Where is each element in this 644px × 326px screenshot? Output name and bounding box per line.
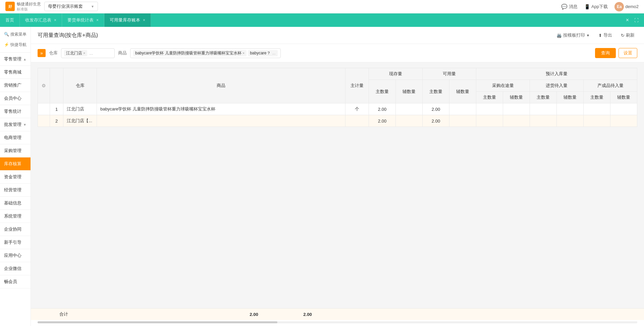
sidebar-item-ecommerce[interactable]: 电商管理 — [0, 131, 31, 144]
refresh-icon: ↻ — [621, 33, 625, 38]
scrollbar-area — [31, 320, 644, 326]
footer-total-label: 合计 — [38, 311, 90, 317]
tab-bar-actions: × ⛶ — [625, 13, 644, 27]
top-bar-left: 好 畅捷通好生意 标准版 母婴行业演示账套 ▼ — [5, 2, 98, 12]
row1-product: babycare学饮杯 儿童防摔防撞吸管杯重力球吸嘴杯宝宝水杯 — [97, 103, 345, 115]
sidebar-item-vip-member[interactable]: 畅会员 — [0, 275, 31, 288]
logo-text: 畅捷通好生意 标准版 — [17, 2, 41, 12]
col-production-group-header: 产成品待入量 — [584, 80, 637, 92]
tab-home[interactable]: 首页 — [0, 13, 20, 27]
table-row: 2 江北门店【... 2.00 2.00 — [38, 115, 637, 127]
row2-no: 2 — [50, 115, 63, 127]
chevron-down-icon: ▼ — [91, 5, 94, 8]
app-download-button[interactable]: 📱 App下载 — [584, 4, 608, 10]
product-filter-input[interactable]: babycare学饮杯 儿童防摔防撞吸管杯重力球吸嘴杯宝宝水杯 × babyca… — [130, 48, 281, 58]
row2-incoming-aux — [557, 115, 584, 127]
logo-area: 好 畅捷通好生意 标准版 — [5, 2, 41, 12]
tab-expand-button[interactable]: ⛶ — [633, 18, 640, 23]
scroll-thumb[interactable] — [38, 321, 277, 323]
product-tag-2: babycare？ ... — [248, 50, 277, 56]
refresh-button[interactable]: ↻ 刷新 — [618, 31, 637, 40]
row1-available-main: 2.00 — [423, 103, 449, 115]
table-wrapper: ⚙ 仓库 商品 主计量 现存量 可用量 预计入库量 主数量 辅数量 主数量 — [31, 62, 644, 308]
top-bar-right: 💬 消息 📱 App下载 Ea demo2 — [561, 2, 639, 11]
sidebar-item-wholesale-mgmt[interactable]: 批发管理 ▼ — [0, 118, 31, 131]
sidebar-item-app-center[interactable]: 应用中心 — [0, 249, 31, 262]
footer-bar: 合计 2.00 2.00 — [31, 308, 644, 320]
export-icon: ⬆ — [598, 33, 602, 38]
column-settings-icon[interactable]: ⚙ — [42, 83, 46, 88]
sidebar-item-finance[interactable]: 资金管理 — [0, 171, 31, 184]
tab-order-stats[interactable]: 要货单统计表 × — [62, 13, 104, 27]
page-title: 可用量查询(按仓库+商品) — [38, 32, 98, 43]
logo-icon: 好 — [5, 2, 15, 11]
sidebar-item-basic-info[interactable]: 基础信息 — [0, 197, 31, 210]
message-icon: 💬 — [561, 4, 568, 10]
sidebar-search-button[interactable]: 🔍 搜索菜单 — [3, 30, 28, 39]
sidebar-nav-button[interactable]: ⚡ 快捷导航 — [3, 41, 28, 49]
row1-incoming-aux — [557, 103, 584, 115]
tab-available-stock[interactable]: 可用量库存账本 × — [104, 13, 151, 27]
tab-available-stock-close[interactable]: × — [143, 18, 145, 22]
product-tag-1: babycare学饮杯 儿童防摔防撞吸管杯重力球吸嘴杯宝宝水杯 × — [133, 50, 247, 56]
footer-available-main: 2.00 — [294, 312, 321, 317]
footer-total-values: 2.00 2.00 — [90, 312, 637, 317]
sidebar-item-procurement[interactable]: 采购管理 — [0, 144, 31, 157]
industry-selector[interactable]: 母婴行业演示账套 ▼ — [44, 2, 98, 11]
col-stock-main-header: 主数量 — [369, 80, 396, 103]
tab-summary-close[interactable]: × — [54, 18, 56, 22]
tab-close-all-button[interactable]: × — [625, 17, 630, 23]
chevron-icon: ▼ — [23, 123, 26, 127]
horizontal-scrollbar[interactable] — [38, 321, 637, 323]
sidebar-item-retail-mall[interactable]: 零售商城 — [0, 66, 31, 79]
row2-available-main: 2.00 — [423, 115, 449, 127]
filter-expand-button[interactable]: » — [38, 49, 46, 57]
row1-production-aux — [610, 103, 637, 115]
row2-available-aux — [449, 115, 476, 127]
sidebar-item-member-center[interactable]: 会员中心 — [0, 92, 31, 105]
warehouse-filter-input[interactable]: 江北门店 × ... — [61, 48, 115, 58]
sidebar-item-enterprise-wechat[interactable]: 企业微信 — [0, 262, 31, 275]
content-area: 可用量查询(按仓库+商品) 🖨️ 按模板打印 ▼ ⬆ 导出 ↻ 刷新 — [31, 27, 644, 326]
col-purchase-transit-main-header: 主数量 — [476, 92, 503, 103]
sidebar-item-marketing[interactable]: 营销推广 — [0, 79, 31, 92]
col-incoming-group-header: 进货待入量 — [530, 80, 584, 92]
sidebar-item-enterprise-coop[interactable]: 企业协同 — [0, 223, 31, 236]
query-button[interactable]: 查询 — [595, 48, 616, 58]
row2-stock-aux — [396, 115, 423, 127]
export-button[interactable]: ⬆ 导出 — [596, 31, 615, 40]
row1-no: 1 — [50, 103, 63, 115]
print-button[interactable]: 🖨️ 按模板打印 ▼ — [554, 31, 592, 40]
sidebar-item-retail-stats[interactable]: 零售统计 — [0, 105, 31, 118]
row2-production-aux — [610, 115, 637, 127]
col-purchase-transit-aux-header: 辅数量 — [503, 92, 530, 103]
sidebar: 🔍 搜索菜单 ⚡ 快捷导航 零售管理 ▲ 零售商城 营销推广 会员中心 零售统计… — [0, 27, 31, 326]
row2-production-main — [584, 115, 610, 127]
row2-settings — [38, 115, 50, 127]
message-button[interactable]: 💬 消息 — [561, 4, 578, 10]
settings-button[interactable]: 设置 — [619, 48, 637, 58]
sidebar-item-system-mgmt[interactable]: 系统管理 — [0, 210, 31, 223]
filter-actions: 查询 设置 — [595, 48, 637, 58]
sidebar-item-retail-mgmt[interactable]: 零售管理 ▲ — [0, 53, 31, 66]
row1-production-main — [584, 103, 610, 115]
col-available-aux-header: 辅数量 — [449, 80, 476, 103]
row1-settings — [38, 103, 50, 115]
sidebar-item-inventory[interactable]: 库存核算 — [0, 157, 31, 171]
product-tag1-close[interactable]: × — [243, 51, 245, 55]
tab-summary[interactable]: 收发存汇总表 × — [20, 13, 62, 27]
app-icon: 📱 — [584, 4, 590, 9]
main-layout: 🔍 搜索菜单 ⚡ 快捷导航 零售管理 ▲ 零售商城 营销推广 会员中心 零售统计… — [0, 27, 644, 326]
row1-available-aux — [449, 103, 476, 115]
row1-stock-main: 2.00 — [369, 103, 396, 115]
tab-order-stats-close[interactable]: × — [96, 18, 99, 22]
sidebar-item-new-guide[interactable]: 新手引导 — [0, 236, 31, 249]
sidebar-item-operations[interactable]: 经营管理 — [0, 184, 31, 197]
filter-row: 仓库 江北门店 × ... 商品 babycare学饮杯 儿童防摔防撞吸管杯重力… — [49, 48, 592, 58]
user-profile[interactable]: Ea demo2 — [614, 2, 639, 11]
sidebar-top-actions: 🔍 搜索菜单 ⚡ 快捷导航 — [0, 27, 31, 53]
warehouse-tag-close[interactable]: × — [83, 51, 85, 55]
col-stock-aux-header: 辅数量 — [396, 80, 423, 103]
col-stock-group-header: 现存量 — [369, 68, 423, 80]
footer-stock-aux — [267, 312, 294, 317]
